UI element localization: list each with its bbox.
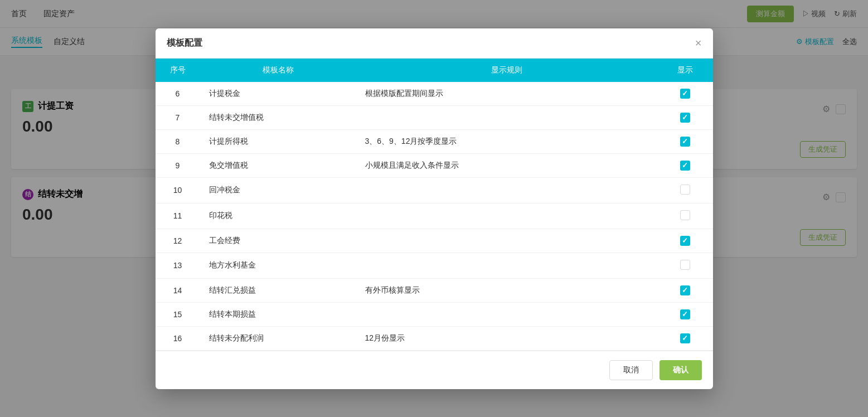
td-row-show[interactable] xyxy=(657,177,713,203)
td-row-index: 13 xyxy=(156,253,200,278)
modal-overlay: 模板配置 × 序号 模板名称 显示规则 显示 6计提税金根据模版配置期间显示7结… xyxy=(0,0,868,417)
td-row-name: 结转本期损益 xyxy=(200,302,356,326)
checkbox-row-6[interactable] xyxy=(680,236,690,246)
td-row-rule: 12月份显示 xyxy=(356,326,657,350)
table-row: 14结转汇兑损益有外币核算显示 xyxy=(156,278,713,302)
table-row: 11印花税 xyxy=(156,203,713,229)
td-row-name: 结转未交增值税 xyxy=(200,105,356,129)
td-row-index: 14 xyxy=(156,278,200,302)
td-row-index: 15 xyxy=(156,302,200,326)
modal-body: 序号 模板名称 显示规则 显示 6计提税金根据模版配置期间显示7结转未交增值税8… xyxy=(156,59,713,351)
td-row-show[interactable] xyxy=(657,82,713,106)
td-row-name: 结转汇兑损益 xyxy=(200,278,356,302)
checkbox-row-3[interactable] xyxy=(680,161,690,171)
modal-title: 模板配置 xyxy=(167,37,202,49)
table-row: 10回冲税金 xyxy=(156,177,713,203)
th-show: 显示 xyxy=(657,59,713,82)
checkbox-row-1[interactable] xyxy=(680,113,690,123)
td-row-rule: 有外币核算显示 xyxy=(356,278,657,302)
td-row-show[interactable] xyxy=(657,203,713,229)
table-row: 12工会经费 xyxy=(156,229,713,253)
confirm-button[interactable]: 确认 xyxy=(660,360,702,380)
checkbox-row-9[interactable] xyxy=(680,309,690,319)
td-row-name: 印花税 xyxy=(200,203,356,229)
td-row-show[interactable] xyxy=(657,129,713,153)
td-row-index: 7 xyxy=(156,105,200,129)
table-row: 16结转未分配利润12月份显示 xyxy=(156,326,713,350)
checkbox-row-7[interactable] xyxy=(680,260,690,270)
td-row-rule xyxy=(356,253,657,278)
td-row-name: 计提税金 xyxy=(200,82,356,106)
td-row-show[interactable] xyxy=(657,105,713,129)
td-row-rule xyxy=(356,177,657,203)
td-row-rule xyxy=(356,105,657,129)
checkbox-row-5[interactable] xyxy=(680,210,690,220)
td-row-show[interactable] xyxy=(657,153,713,177)
td-row-name: 免交增值税 xyxy=(200,153,356,177)
td-row-name: 地方水利基金 xyxy=(200,253,356,278)
td-row-rule xyxy=(356,229,657,253)
checkbox-row-4[interactable] xyxy=(680,185,690,195)
td-row-index: 9 xyxy=(156,153,200,177)
td-row-name: 工会经费 xyxy=(200,229,356,253)
th-rule: 显示规则 xyxy=(356,59,657,82)
td-row-name: 回冲税金 xyxy=(200,177,356,203)
td-row-rule xyxy=(356,203,657,229)
td-row-name: 计提所得税 xyxy=(200,129,356,153)
td-row-rule: 根据模版配置期间显示 xyxy=(356,82,657,106)
td-row-show[interactable] xyxy=(657,302,713,326)
table-row: 6计提税金根据模版配置期间显示 xyxy=(156,82,713,106)
modal-template-config: 模板配置 × 序号 模板名称 显示规则 显示 6计提税金根据模版配置期间显示7结… xyxy=(156,28,713,389)
td-row-index: 12 xyxy=(156,229,200,253)
td-row-rule xyxy=(356,302,657,326)
td-row-name: 结转未分配利润 xyxy=(200,326,356,350)
modal-footer: 取消 确认 xyxy=(156,351,713,389)
td-row-index: 8 xyxy=(156,129,200,153)
checkbox-row-8[interactable] xyxy=(680,285,690,295)
config-table: 序号 模板名称 显示规则 显示 6计提税金根据模版配置期间显示7结转未交增值税8… xyxy=(156,59,713,351)
td-row-show[interactable] xyxy=(657,326,713,350)
td-row-rule: 3、6、9、12月按季度显示 xyxy=(356,129,657,153)
checkbox-row-0[interactable] xyxy=(680,89,690,99)
modal-close-button[interactable]: × xyxy=(695,37,702,49)
th-index: 序号 xyxy=(156,59,200,82)
td-row-index: 16 xyxy=(156,326,200,350)
td-row-show[interactable] xyxy=(657,253,713,278)
th-name: 模板名称 xyxy=(200,59,356,82)
table-row: 7结转未交增值税 xyxy=(156,105,713,129)
modal-header: 模板配置 × xyxy=(156,28,713,59)
td-row-show[interactable] xyxy=(657,278,713,302)
table-row: 8计提所得税3、6、9、12月按季度显示 xyxy=(156,129,713,153)
td-row-show[interactable] xyxy=(657,229,713,253)
cancel-button[interactable]: 取消 xyxy=(609,360,653,380)
td-row-index: 10 xyxy=(156,177,200,203)
table-header-row: 序号 模板名称 显示规则 显示 xyxy=(156,59,713,82)
table-row: 9免交增值税小规模且满足收入条件显示 xyxy=(156,153,713,177)
table-row: 13地方水利基金 xyxy=(156,253,713,278)
td-row-index: 11 xyxy=(156,203,200,229)
td-row-rule: 小规模且满足收入条件显示 xyxy=(356,153,657,177)
checkbox-row-2[interactable] xyxy=(680,137,690,147)
table-row: 15结转本期损益 xyxy=(156,302,713,326)
checkbox-row-10[interactable] xyxy=(680,333,690,343)
td-row-index: 6 xyxy=(156,82,200,106)
